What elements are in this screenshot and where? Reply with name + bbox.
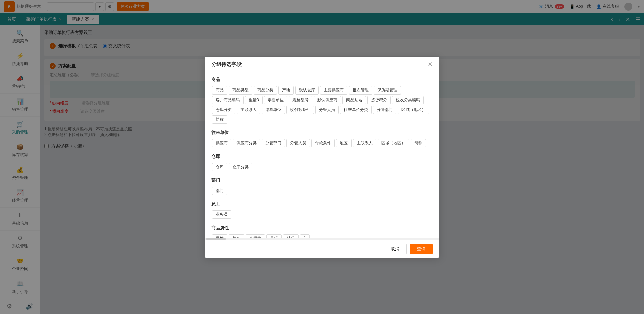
field-attribute[interactable]: 属性 (212, 234, 227, 238)
modal-body: 商品 商品 商品类型 商品分类 产地 默认仓库 主要供应商 批次管理 保质期管理… (205, 71, 439, 238)
field-shelf-life[interactable]: 保质期管理 (374, 86, 401, 95)
field-group-product-attr: 商品属性 属性 颜色 多规格 尺码 鞋码 1 (211, 225, 433, 238)
product-attr-fields-row: 属性 颜色 多规格 尺码 鞋码 1 (211, 234, 433, 238)
field-group-dept: 部门 部门 (211, 177, 433, 196)
field-group-employee: 员工 业务员 (211, 201, 433, 219)
modal-overlay: 分组待选字段 ✕ 商品 商品 商品类型 商品分类 产地 默认仓库 主要供应商 批… (0, 0, 644, 314)
field-origin[interactable]: 产地 (278, 86, 294, 95)
field-color[interactable]: 颜色 (229, 234, 244, 238)
field-weight[interactable]: 重量3 (245, 96, 263, 104)
field-salesperson[interactable]: 业务员 (212, 210, 231, 219)
group-title-product: 商品 (211, 77, 433, 83)
field-supervisor[interactable]: 分管人员 (315, 106, 339, 114)
field-select-modal: 分组待选字段 ✕ 商品 商品 商品类型 商品分类 产地 默认仓库 主要供应商 批… (205, 57, 439, 258)
field-main-contact[interactable]: 主联系人 (237, 106, 260, 114)
field-partner-category[interactable]: 往来单位分类 (340, 106, 372, 114)
field-default-supplier[interactable]: 默认供应商 (314, 96, 341, 104)
scrollbar-thumb (206, 238, 226, 240)
field-partner-dept[interactable]: 分管部门 (262, 139, 285, 147)
field-warehouse[interactable]: 仓库 (212, 163, 227, 171)
field-partner-area[interactable]: 地区 (336, 139, 352, 147)
field-partner-region[interactable]: 区域（地区） (378, 139, 409, 147)
field-product-type[interactable]: 商品类型 (229, 86, 252, 95)
field-group-partner: 往来单位 供应商 供应商分类 分管部门 分管人员 付款条件 地区 主联系人 区域… (211, 130, 433, 148)
field-shoe-size[interactable]: 鞋码 (283, 234, 299, 238)
field-tax-code[interactable]: 税收分类编码 (392, 96, 424, 104)
field-partner-supervisor[interactable]: 分管人员 (286, 139, 310, 147)
field-attr-1[interactable]: 1 (300, 234, 310, 238)
field-dept[interactable]: 部门 (212, 187, 227, 195)
employee-fields-row: 业务员 (211, 210, 433, 219)
modal-title: 分组待选字段 (211, 61, 241, 68)
field-pick-points[interactable]: 拣货积分 (367, 96, 391, 104)
field-supplier[interactable]: 供应商 (212, 139, 231, 147)
field-default-warehouse[interactable]: 默认仓库 (295, 86, 319, 95)
modal-confirm-button[interactable]: 查询 (410, 244, 433, 254)
field-product[interactable]: 商品 (212, 86, 227, 95)
modal-footer: 取消 查询 (205, 240, 439, 258)
field-region[interactable]: 区域（地区） (398, 106, 429, 114)
field-multi-spec[interactable]: 多规格 (246, 234, 265, 238)
field-warehouse-category[interactable]: 仓库分类 (212, 106, 235, 114)
field-partner-short[interactable]: 简称 (411, 139, 426, 147)
field-payment-terms[interactable]: 收付款条件 (286, 106, 314, 114)
field-group-product: 商品 商品 商品类型 商品分类 产地 默认仓库 主要供应商 批次管理 保质期管理… (211, 77, 433, 124)
warehouse-fields-row: 仓库 仓库分类 (211, 162, 433, 172)
field-group-warehouse: 仓库 仓库 仓库分类 (211, 153, 433, 172)
horizontal-scrollbar[interactable] (205, 238, 439, 240)
group-title-product-attr: 商品属性 (211, 225, 433, 231)
field-product-alias[interactable]: 商品别名 (342, 96, 366, 104)
field-size[interactable]: 尺码 (266, 234, 282, 238)
modal-header: 分组待选字段 ✕ (205, 57, 439, 71)
group-title-dept: 部门 (211, 177, 433, 183)
dept-fields-row: 部门 (211, 186, 433, 196)
field-partner-payment[interactable]: 付款条件 (311, 139, 335, 147)
field-supplier-category[interactable]: 供应商分类 (233, 139, 260, 147)
field-partner-contact[interactable]: 主联系人 (353, 139, 376, 147)
field-main-supplier[interactable]: 主要供应商 (320, 86, 347, 95)
group-title-employee: 员工 (211, 201, 433, 207)
field-product-category[interactable]: 商品分类 (254, 86, 277, 95)
group-title-warehouse: 仓库 (211, 153, 433, 160)
field-retail-unit[interactable]: 零售单位 (264, 96, 287, 104)
partner-fields-row: 供应商 供应商分类 分管部门 分管人员 付款条件 地区 主联系人 区域（地区） … (211, 138, 433, 148)
field-warehouse-cat[interactable]: 仓库分类 (229, 163, 252, 171)
field-batch-mgmt[interactable]: 批次管理 (349, 86, 372, 95)
product-fields-row: 商品 商品类型 商品分类 产地 默认仓库 主要供应商 批次管理 保质期管理 客户… (211, 85, 433, 124)
field-settlement-unit[interactable]: 结算单位 (262, 106, 285, 114)
field-short-name[interactable]: 简称 (212, 115, 227, 124)
field-spec-model[interactable]: 规格型号 (289, 96, 312, 104)
group-title-partner: 往来单位 (211, 130, 433, 136)
modal-cancel-button[interactable]: 取消 (384, 244, 407, 254)
field-dept-supervisor[interactable]: 分管部门 (373, 106, 396, 114)
field-customer-code[interactable]: 客户商品编码 (212, 96, 244, 104)
modal-close-button[interactable]: ✕ (428, 61, 433, 67)
